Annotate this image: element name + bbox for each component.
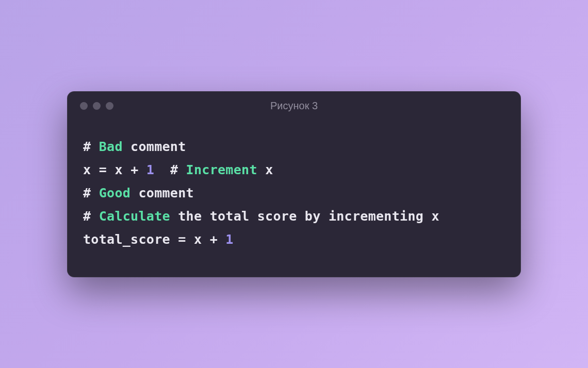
window-title: Рисунок 3	[270, 100, 318, 112]
code-window: Рисунок 3 # Bad comment x = x + 1 # Incr…	[67, 91, 521, 277]
traffic-lights	[80, 102, 113, 110]
comment-text: comment	[130, 186, 194, 200]
close-icon[interactable]	[80, 102, 88, 110]
code-var: total_score	[83, 232, 178, 247]
code-space	[138, 162, 146, 177]
comment-keyword: Bad	[99, 139, 123, 154]
window-titlebar: Рисунок 3	[68, 92, 520, 121]
comment-hash: #	[83, 209, 99, 224]
comment-text: comment	[123, 139, 186, 154]
minimize-icon[interactable]	[93, 102, 101, 110]
code-space	[218, 232, 225, 247]
code-line-2: x = x + 1 # Increment x	[83, 158, 505, 181]
code-line-1: # Bad comment	[83, 135, 505, 158]
code-number: 1	[225, 232, 233, 247]
inline-comment-keyword: Increment	[186, 162, 257, 177]
code-content: # Bad comment x = x + 1 # Increment x # …	[68, 121, 520, 277]
comment-keyword: Good	[99, 186, 130, 200]
comment-keyword: Calculate	[99, 209, 170, 224]
code-line-4: # Good comment	[83, 181, 505, 205]
comment-hash: #	[83, 186, 99, 200]
maximize-icon[interactable]	[106, 102, 113, 110]
inline-comment-text: x	[257, 162, 273, 177]
inline-comment-hash: #	[154, 162, 186, 177]
code-expr: x	[186, 232, 210, 247]
comment-hash: #	[83, 139, 99, 154]
comment-text: the total score by incrementing x	[170, 209, 439, 224]
code-plus: +	[210, 232, 218, 247]
code-line-6: total_score = x + 1	[83, 228, 505, 251]
code-equals: =	[178, 232, 186, 247]
code-plus: +	[130, 162, 138, 177]
code-number: 1	[146, 162, 154, 177]
code-expr: x	[107, 162, 130, 177]
code-var: x	[83, 162, 99, 177]
code-line-5: # Calculate the total score by increment…	[83, 205, 505, 228]
code-equals: =	[99, 162, 107, 177]
